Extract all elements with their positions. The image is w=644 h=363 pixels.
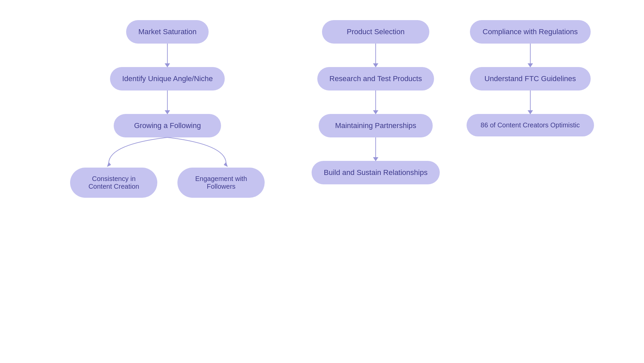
node-engagement: Engagement with Followers xyxy=(177,168,265,198)
arrow-3 xyxy=(375,44,376,67)
svg-marker-1 xyxy=(224,162,228,167)
arrow-7 xyxy=(530,90,531,114)
node-compliance: Compliance with Regulations xyxy=(470,20,591,44)
node-growing-following: Growing a Following xyxy=(114,114,221,137)
node-consistency: Consistency in Content Creation xyxy=(70,168,157,198)
diagram-container: Market Saturation Identify Unique Angle/… xyxy=(0,0,644,363)
split-arrows-svg xyxy=(50,137,285,168)
flow-column-2: Product Selection Research and Test Prod… xyxy=(312,20,439,184)
node-creators-optimistic: 86 of Content Creators Optimistic xyxy=(467,114,594,136)
arrow-6 xyxy=(530,44,531,67)
flow-column-3: Compliance with Regulations Understand F… xyxy=(467,20,594,136)
arrow-1 xyxy=(167,44,168,67)
split-bottom-row: Consistency in Content Creation Engageme… xyxy=(50,168,285,198)
node-maintaining-partnerships: Maintaining Partnerships xyxy=(319,114,433,137)
node-build-sustain: Build and Sustain Relationships xyxy=(312,161,439,184)
node-ftc-guidelines: Understand FTC Guidelines xyxy=(470,67,591,90)
node-identify-niche: Identify Unique Angle/Niche xyxy=(110,67,225,90)
arrow-4 xyxy=(375,90,376,114)
arrow-2 xyxy=(167,90,168,114)
svg-marker-0 xyxy=(107,162,111,167)
node-product-selection: Product Selection xyxy=(322,20,429,44)
node-research-products: Research and Test Products xyxy=(317,67,434,90)
flow-column-1: Market Saturation Identify Unique Angle/… xyxy=(50,20,285,198)
arrow-5 xyxy=(375,137,376,161)
node-market-saturation: Market Saturation xyxy=(126,20,209,44)
